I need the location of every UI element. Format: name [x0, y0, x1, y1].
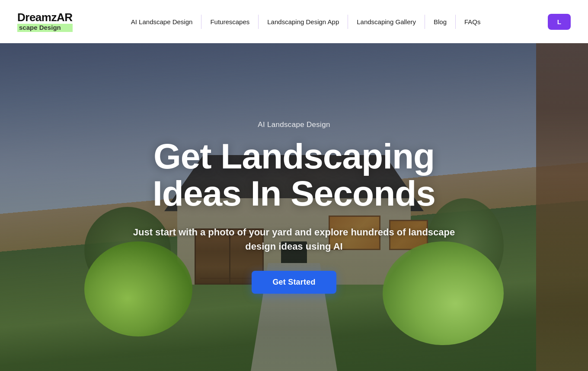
login-button[interactable]: L	[548, 14, 571, 30]
nav-item-ai-landscape[interactable]: AI Landscape Design	[122, 15, 202, 29]
nav-item-gallery[interactable]: Landscaping Gallery	[348, 15, 425, 29]
logo[interactable]: DreamzAR scape Design	[17, 11, 73, 32]
nav-item-blog[interactable]: Blog	[425, 15, 456, 29]
nav-item-faqs[interactable]: FAQs	[456, 15, 489, 29]
header: DreamzAR scape Design AI Landscape Desig…	[0, 0, 588, 43]
hero-label: AI Landscape Design	[117, 120, 471, 129]
hero-subtitle: Just start with a photo of your yard and…	[130, 225, 458, 254]
get-started-button[interactable]: Get Started	[252, 271, 336, 294]
hero-title: Get Landscaping Ideas In Seconds	[117, 138, 471, 212]
main-nav: AI Landscape Design Futurescapes Landsca…	[122, 15, 489, 29]
nav-item-futurescapes[interactable]: Futurescapes	[201, 15, 259, 29]
nav-item-design-app[interactable]: Landscaping Design App	[259, 15, 348, 29]
hero-content: AI Landscape Design Get Landscaping Idea…	[99, 120, 489, 294]
hero-section: AI Landscape Design Get Landscaping Idea…	[0, 43, 588, 371]
logo-sub: scape Design	[17, 24, 73, 32]
logo-main: DreamzAR	[17, 11, 73, 24]
